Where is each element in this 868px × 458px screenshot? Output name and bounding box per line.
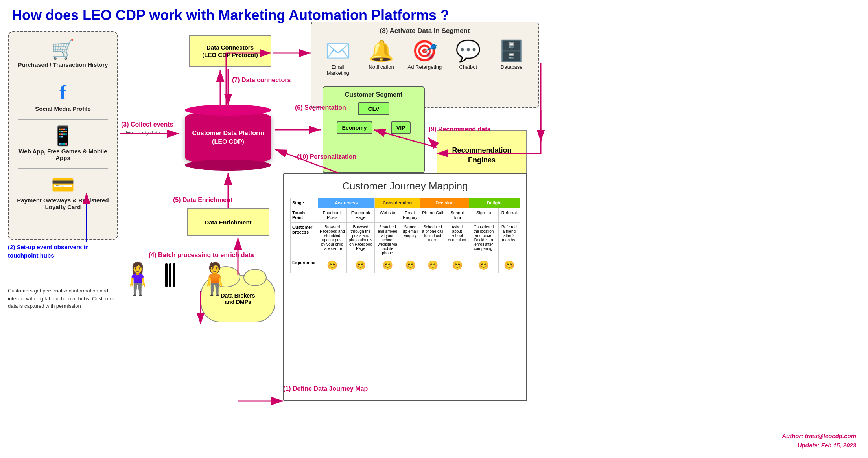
step-4-label: (4) Batch processing to enrich data bbox=[149, 252, 254, 259]
bar-2 bbox=[169, 263, 171, 287]
people-figures: 🧍‍♀️ 🧍 bbox=[118, 263, 234, 295]
customer-process-header: Customer process bbox=[291, 223, 318, 258]
cdp-cylinder-container: Customer Data Platform (LEO CDP) bbox=[181, 106, 275, 169]
data-connectors-label2: (LEO CDP Protocol) bbox=[202, 51, 258, 59]
database-label: Database bbox=[501, 64, 523, 70]
email-label: Email Marketing bbox=[320, 64, 356, 76]
cjm-title: Customer Journey Mapping bbox=[290, 180, 520, 192]
step-6-label: (6) Segmentation bbox=[295, 104, 346, 111]
exp-2: 😊 bbox=[346, 258, 374, 273]
mobile-icon: 📱 bbox=[51, 127, 75, 145]
activate-chatbot: 💬 Chatbot bbox=[450, 40, 486, 70]
stage-consideration: Consideration bbox=[374, 198, 420, 208]
notification-icon: 🔔 bbox=[369, 40, 394, 61]
stage-delight: Delight bbox=[469, 198, 520, 208]
chatbot-label: Chatbot bbox=[459, 64, 477, 70]
divider-1 bbox=[18, 75, 108, 75]
svg-line-8 bbox=[428, 138, 436, 145]
source-social: f Social Media Profile bbox=[35, 83, 91, 112]
cp-3: Searched and arrived at your school webs… bbox=[374, 223, 400, 258]
cjm-table: Stage Awareness Consideration Decision D… bbox=[290, 198, 520, 273]
tp-8: Referral bbox=[498, 208, 520, 223]
author-info: Author: trieu@leocdp.com Update: Feb 15,… bbox=[782, 431, 856, 450]
cp-5: Scheduled a phone call to find out more bbox=[420, 223, 445, 258]
source-social-label: Social Media Profile bbox=[35, 105, 91, 112]
retargeting-icon: 🎯 bbox=[412, 40, 437, 61]
tp-4: Email Enquiry bbox=[400, 208, 420, 223]
step-7-label: (7) Data connectors bbox=[232, 77, 291, 84]
cdp-text: Customer Data Platform (LEO CDP) bbox=[192, 129, 264, 147]
bar-1 bbox=[165, 263, 168, 287]
chatbot-icon: 💬 bbox=[455, 40, 481, 61]
segment-sub-row: Economy VIP bbox=[327, 121, 420, 134]
divider-2 bbox=[18, 119, 108, 120]
vip-box: VIP bbox=[391, 121, 411, 134]
page-title: How does LEO CDP work with Marketing Aut… bbox=[12, 7, 449, 24]
bar-3 bbox=[173, 263, 175, 287]
setup-event-observers: (2) Set-up event observers in touchpoint… bbox=[8, 243, 110, 259]
source-payment: 💳 Payment Gateways & Registered Loyalty … bbox=[13, 176, 113, 210]
tp-3: Website bbox=[374, 208, 400, 223]
tp-1: Facebook Posts bbox=[318, 208, 346, 223]
cdp-cylinder: Customer Data Platform (LEO CDP) bbox=[185, 110, 271, 165]
data-sources-box: 🛒 Purchased / Transaction History f Soci… bbox=[8, 31, 118, 240]
cp-7: Considered the location and price. Decid… bbox=[469, 223, 498, 258]
cp-2: Browsed through the posts and photo albu… bbox=[346, 223, 374, 258]
exp-1: 😊 bbox=[318, 258, 346, 273]
exp-3: 😊 bbox=[374, 258, 400, 273]
vertical-bars bbox=[165, 263, 175, 295]
tp-5: Phone Call bbox=[420, 208, 445, 223]
activate-retargeting: 🎯 Ad Retargeting bbox=[407, 40, 442, 70]
cp-6: Asked about school curriculum bbox=[445, 223, 469, 258]
source-webapp-label: Web App, Free Games & Mobile Apps bbox=[13, 148, 113, 161]
customer-journey-mapping-box: Customer Journey Mapping Stage Awareness… bbox=[283, 173, 527, 401]
retargeting-label: Ad Retargeting bbox=[408, 64, 442, 70]
author-line1: Author: trieu@leocdp.com bbox=[782, 431, 856, 441]
exp-8: 😊 bbox=[498, 258, 520, 273]
touchpoint-header: Touch Point bbox=[291, 208, 318, 223]
tp-6: School Tour bbox=[445, 208, 469, 223]
author-line2: Update: Feb 15, 2023 bbox=[782, 441, 856, 450]
payment-icon: 💳 bbox=[51, 176, 75, 195]
setup-description: Customers get personalized information a… bbox=[8, 287, 118, 310]
cp-1: Browsed Facebook and stumbled upon a pos… bbox=[318, 223, 346, 258]
activate-database: 🗄️ Database bbox=[494, 40, 529, 70]
economy-box: Economy bbox=[337, 121, 372, 134]
email-icon: ✉️ bbox=[325, 40, 351, 61]
exp-6: 😊 bbox=[445, 258, 469, 273]
activate-data-title: (8) Activate Data in Segment bbox=[316, 27, 533, 35]
source-payment-label: Payment Gateways & Registered Loyalty Ca… bbox=[13, 197, 113, 210]
cart-icon: 🛒 bbox=[51, 40, 75, 59]
step-9-label: (9) Recommend data bbox=[429, 126, 490, 133]
activate-icons-row: ✉️ Email Marketing 🔔 Notification 🎯 Ad R… bbox=[316, 40, 533, 76]
experience-header: Experience bbox=[291, 258, 318, 273]
stage-awareness: Awareness bbox=[318, 198, 374, 208]
data-brokers-label2: and DMPs bbox=[225, 299, 251, 305]
facebook-icon: f bbox=[59, 83, 66, 103]
exp-5: 😊 bbox=[420, 258, 445, 273]
person-male-icon: 🧍 bbox=[195, 263, 234, 295]
step-1-label: (1) Define Data Journey Map bbox=[283, 385, 368, 392]
database-icon: 🗄️ bbox=[499, 40, 524, 61]
cp-4: Signed up email enquiry bbox=[400, 223, 420, 258]
source-webapp: 📱 Web App, Free Games & Mobile Apps bbox=[13, 127, 113, 161]
activate-email: ✉️ Email Marketing bbox=[320, 40, 356, 76]
person-female-icon: 🧍‍♀️ bbox=[118, 263, 157, 295]
tp-7: Sign up bbox=[469, 208, 498, 223]
stage-decision: Decision bbox=[420, 198, 469, 208]
data-connectors-label1: Data Connectors bbox=[206, 44, 254, 52]
divider-3 bbox=[18, 168, 108, 169]
rec-engines-text: Recommendation Engines bbox=[452, 145, 511, 165]
tp-2: Facebook Page bbox=[346, 208, 374, 223]
step-10-label: (10) Personalization bbox=[297, 153, 356, 160]
clv-box: CLV bbox=[358, 102, 389, 115]
step-3-sub: First-party data bbox=[126, 130, 160, 136]
source-purchased-label: Purchased / Transaction History bbox=[18, 61, 108, 68]
cp-8: Referred a friend after 2 months. bbox=[498, 223, 520, 258]
data-enrichment-box: Data Enrichment bbox=[187, 208, 269, 236]
notification-label: Notification bbox=[369, 64, 394, 70]
stage-header: Stage bbox=[291, 198, 318, 208]
step-3-label: (3) Collect events bbox=[121, 121, 173, 128]
data-connectors-box: Data Connectors (LEO CDP Protocol) bbox=[189, 35, 271, 67]
customer-segment-title: Customer Segment bbox=[327, 91, 420, 98]
